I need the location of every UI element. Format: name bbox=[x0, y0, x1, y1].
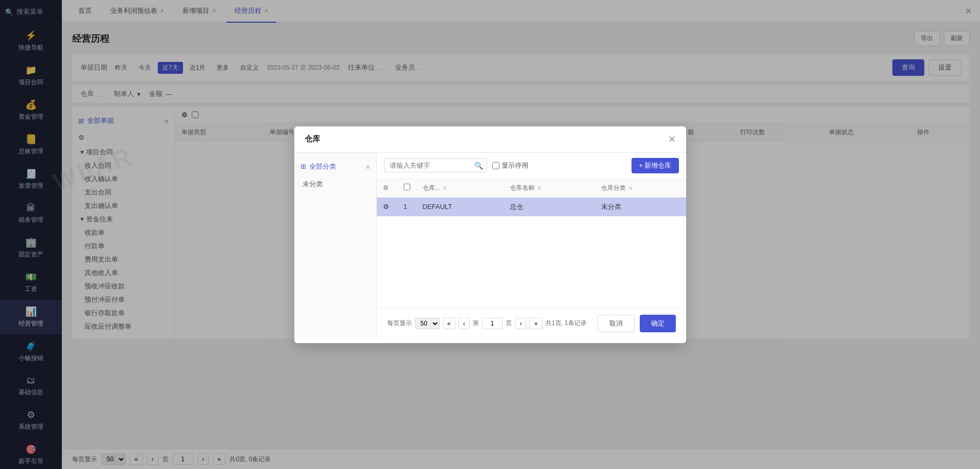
collapse-left-icon[interactable]: « bbox=[366, 163, 370, 171]
dialog-next-btn[interactable]: › bbox=[515, 318, 526, 329]
row-code: DEFAULT bbox=[417, 197, 504, 216]
wh-select-all[interactable] bbox=[404, 184, 410, 190]
dialog-action-buttons: 取消 确定 bbox=[597, 315, 676, 332]
col-gear-th: ⚙ bbox=[377, 179, 397, 198]
show-disabled-label[interactable]: 显示停用 bbox=[492, 161, 528, 170]
warehouse-table-header: ⚙ 仓库... ⇅ 仓库名称 ⇅ 仓库分类 ⇅ bbox=[377, 179, 686, 198]
dialog-close-btn[interactable]: ✕ bbox=[668, 134, 676, 145]
dialog-table-wrap: ⚙ 仓库... ⇅ 仓库名称 ⇅ 仓库分类 ⇅ ⚙ 1 DEFAULT 总仓 bbox=[377, 179, 686, 308]
show-disabled-checkbox[interactable] bbox=[492, 162, 500, 169]
dialog-left-item-uncategorized[interactable]: 未分类 bbox=[294, 175, 376, 193]
col-name-th: 仓库名称 ⇅ bbox=[504, 179, 595, 198]
dialog-page-suffix: 页 bbox=[506, 319, 512, 328]
dialog-last-btn[interactable]: » bbox=[529, 318, 542, 329]
dialog-all-category-label[interactable]: 全部分类 bbox=[309, 162, 336, 171]
dialog-first-btn[interactable]: « bbox=[443, 318, 456, 329]
row-gear: ⚙ bbox=[377, 197, 397, 216]
dialog-total-text: 共1页, 1条记录 bbox=[545, 319, 587, 328]
row-category: 未分类 bbox=[595, 197, 686, 216]
dialog-left-list: 未分类 bbox=[294, 175, 376, 193]
dialog-prev-btn[interactable]: ‹ bbox=[458, 318, 470, 329]
warehouse-row[interactable]: ⚙ 1 DEFAULT 总仓 未分类 bbox=[377, 197, 686, 216]
show-disabled-text: 显示停用 bbox=[502, 161, 528, 170]
cancel-button[interactable]: 取消 bbox=[597, 315, 635, 332]
dialog-toolbar: 🔍 显示停用 + 新增仓库 bbox=[377, 153, 686, 179]
dialog-search-icon: 🔍 bbox=[474, 161, 483, 170]
dialog-left-panel: ⊞ 全部分类 « 未分类 bbox=[294, 153, 377, 338]
dialog-right-panel: 🔍 显示停用 + 新增仓库 ⚙ 仓库... ⇅ 仓库名称 ⇅ bbox=[377, 153, 686, 338]
dialog-title: 仓库 bbox=[305, 134, 320, 144]
dialog-body: ⊞ 全部分类 « 未分类 🔍 显示停用 + 新增仓库 bbox=[294, 153, 686, 338]
confirm-button[interactable]: 确定 bbox=[640, 315, 676, 332]
col-code-th: 仓库... ⇅ bbox=[417, 179, 504, 198]
add-warehouse-btn[interactable]: + 新增仓库 bbox=[632, 158, 678, 173]
grid-icon-dialog: ⊞ bbox=[301, 163, 306, 170]
warehouse-table: ⚙ 仓库... ⇅ 仓库名称 ⇅ 仓库分类 ⇅ ⚙ 1 DEFAULT 总仓 bbox=[377, 179, 686, 217]
dialog-page-label: 第 bbox=[473, 319, 479, 328]
warehouse-dialog: 仓库 ✕ ⊞ 全部分类 « 未分类 🔍 显示停用 bbox=[294, 126, 686, 343]
row-name: 总仓 bbox=[504, 197, 595, 216]
dialog-header: 仓库 ✕ bbox=[294, 126, 686, 153]
dialog-footer: 每页显示 50 « ‹ 第 页 › » 共1页, 1条记录 取消 确定 bbox=[377, 308, 686, 338]
row-no: 1 bbox=[397, 197, 417, 216]
dialog-page-input[interactable] bbox=[482, 318, 503, 329]
dialog-per-page-label: 每页显示 bbox=[387, 319, 412, 328]
dialog-per-page-select[interactable]: 50 bbox=[415, 318, 440, 329]
dialog-left-header: ⊞ 全部分类 « bbox=[294, 158, 376, 175]
dialog-search-wrap: 🔍 bbox=[384, 158, 487, 172]
dialog-pagination: 每页显示 50 « ‹ 第 页 › » 共1页, 1条记录 bbox=[387, 318, 587, 329]
col-category-th: 仓库分类 ⇅ bbox=[595, 179, 686, 198]
col-check-th bbox=[397, 179, 417, 198]
dialog-search-input[interactable] bbox=[384, 158, 487, 172]
